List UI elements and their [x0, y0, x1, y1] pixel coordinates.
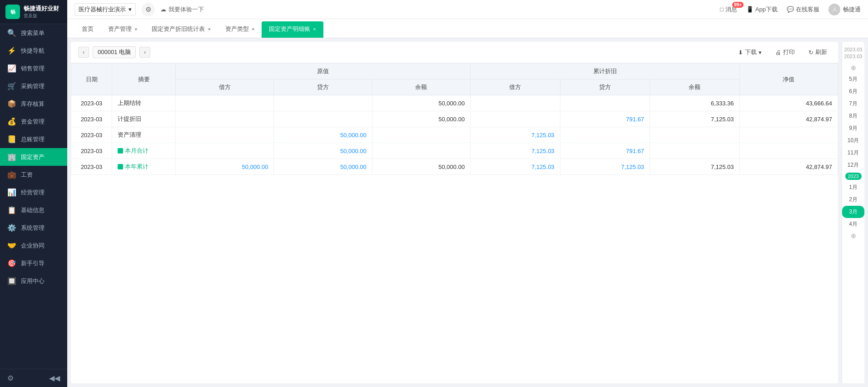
cell-date: 2023-03: [71, 127, 112, 143]
cell-summary: 上期结转: [112, 95, 176, 111]
cell-date: 2023-03: [71, 95, 112, 111]
tab-close-depreciation-stats[interactable]: ×: [208, 26, 210, 32]
timeline-item-7月[interactable]: 7月: [842, 98, 864, 110]
sidebar-item-fixed-assets[interactable]: 🏢固定资产: [0, 148, 67, 166]
cell-net-value: 42,874.97: [739, 111, 838, 127]
sidebar-icon-basic-info: 📋: [7, 206, 16, 214]
table-row: 2023-03 本月合计 50,000.00 7,125.03 791.67: [71, 143, 838, 159]
tab-close-asset-management[interactable]: ×: [134, 26, 137, 32]
timeline-item-9月[interactable]: 9月: [842, 122, 864, 134]
sidebar-item-basic-info[interactable]: 📋基础信息: [0, 201, 67, 219]
table-row: 2023-03 资产清理 50,000.00 7,125.03: [71, 127, 838, 143]
online-service-button[interactable]: 💬 在线客服: [787, 5, 819, 14]
sidebar-icon-fixed-assets: 🏢: [7, 153, 16, 161]
tab-close-asset-type[interactable]: ×: [252, 26, 254, 32]
timeline-year-2023[interactable]: 2023: [845, 173, 862, 180]
tab-depreciation-stats[interactable]: 固定资产折旧统计表×: [144, 21, 218, 38]
refresh-button[interactable]: ↻ 刷新: [805, 46, 831, 58]
settings-icon[interactable]: ⚙: [7, 374, 14, 382]
cell-ad-credit: [560, 95, 650, 111]
col-accumulated-depreciation: 累计折旧: [471, 64, 739, 79]
tabbar: 首页资产管理×固定资产折旧统计表×资产类型×固定资产明细账×: [67, 19, 868, 38]
sidebar-item-ledger[interactable]: 📒总账管理: [0, 130, 67, 148]
cell-ad-credit: 791.67: [560, 143, 650, 159]
sidebar-item-finance[interactable]: 💰资金管理: [0, 113, 67, 130]
timeline-expand-down[interactable]: ⊕: [849, 230, 858, 241]
print-icon: 🖨: [775, 49, 781, 56]
col-ad-balance: 余额: [650, 79, 739, 95]
timeline-item-8月[interactable]: 8月: [842, 110, 864, 122]
company-selector[interactable]: 医疗器械行业演示 ▾: [74, 3, 136, 16]
timeline-item-12月[interactable]: 12月: [842, 159, 864, 171]
cell-ad-balance: [650, 143, 739, 159]
download-label: 下载: [745, 48, 757, 56]
settings-button[interactable]: ⚙: [141, 3, 155, 16]
asset-code: 000001: [98, 49, 117, 55]
print-button[interactable]: 🖨 打印: [772, 46, 799, 58]
timeline-item-6月[interactable]: 6月: [842, 85, 864, 98]
sidebar-item-inventory[interactable]: 📦库存核算: [0, 95, 67, 113]
sidebar-item-operations[interactable]: 📊经营管理: [0, 184, 67, 201]
collapse-icon[interactable]: ◀◀: [49, 374, 60, 382]
tab-label-asset-type: 资产类型: [225, 25, 249, 32]
tab-asset-detail[interactable]: 固定资产明细账×: [262, 21, 323, 38]
next-button[interactable]: ›: [139, 47, 150, 58]
sidebar-label-operations: 经营管理: [21, 189, 45, 197]
tab-close-asset-detail[interactable]: ×: [313, 26, 316, 32]
timeline-item-5月[interactable]: 5月: [842, 73, 864, 85]
cell-ov-credit: 50,000.00: [274, 159, 372, 175]
timeline-expand-up[interactable]: ⊕: [849, 62, 858, 73]
tab-label-depreciation-stats: 固定资产折旧统计表: [152, 25, 205, 32]
tab-asset-management[interactable]: 资产管理×: [101, 21, 144, 38]
sidebar-label-search: 搜索菜单: [21, 29, 45, 37]
cell-net-value: 42,874.97: [739, 159, 838, 175]
service-label: 在线客服: [796, 5, 819, 14]
sidebar-item-collaboration[interactable]: 🤝企业协同: [0, 237, 67, 254]
cell-ad-debit: 7,125.03: [471, 127, 560, 143]
table-wrapper: 日期 摘要 原值 累计折旧 净值 借方 贷方 余额 借方 贷方 余额: [71, 63, 838, 383]
panel-toolbar: ‹ 000001 电脑 › ⬇ 下载 ▾ 🖨: [71, 42, 838, 63]
cell-ad-balance: 6,333.36: [650, 95, 739, 111]
sidebar-item-payroll[interactable]: 💼工资: [0, 166, 67, 184]
messages-button[interactable]: □ 消息 99+: [720, 5, 737, 14]
sidebar-item-search[interactable]: 🔍搜索菜单: [0, 24, 67, 42]
cell-summary: 本月合计: [112, 143, 176, 159]
timeline-item-11月[interactable]: 11月: [842, 147, 864, 159]
sidebar-item-quick-nav[interactable]: ⚡快捷导航: [0, 42, 67, 60]
cell-net-value: [739, 127, 838, 143]
timeline-item-2月[interactable]: 2月: [842, 194, 864, 206]
cell-ov-balance: 50,000.00: [372, 95, 470, 111]
cell-ov-balance: [372, 127, 470, 143]
app-download-button[interactable]: 📱 App下载: [746, 5, 778, 14]
sidebar-item-guide[interactable]: 🎯新手引导: [0, 254, 67, 272]
tab-home[interactable]: 首页: [74, 21, 101, 38]
sidebar-item-purchase[interactable]: 🛒采购管理: [0, 77, 67, 95]
sidebar-label-basic-info: 基础信息: [21, 206, 45, 214]
user-menu[interactable]: 人 畅捷通: [828, 4, 861, 15]
col-date: 日期: [71, 64, 112, 95]
timeline-item-1月[interactable]: 1月: [842, 181, 864, 194]
col-ov-credit: 贷方: [274, 79, 372, 95]
cell-ad-credit: 791.67: [560, 111, 650, 127]
messages-icon: □: [720, 6, 724, 13]
sidebar-label-payroll: 工资: [21, 171, 33, 179]
prev-button[interactable]: ‹: [78, 47, 89, 58]
sidebar-label-collaboration: 企业协同: [21, 242, 45, 250]
sidebar-item-app-center[interactable]: 🔲应用中心: [0, 272, 67, 290]
tab-label-asset-management: 资产管理: [108, 25, 132, 32]
sidebar-item-sales[interactable]: 📈销售管理: [0, 60, 67, 77]
timeline-item-10月[interactable]: 10月: [842, 134, 864, 147]
tab-asset-type[interactable]: 资产类型×: [218, 21, 262, 38]
sidebar-label-quick-nav: 快捷导航: [21, 47, 45, 55]
download-button[interactable]: ⬇ 下载 ▾: [734, 46, 765, 58]
sidebar-icon-system: ⚙️: [7, 223, 16, 232]
cell-date: 2023-03: [71, 159, 112, 175]
sidebar-item-system[interactable]: ⚙️系统管理: [0, 219, 67, 237]
content-area: ‹ 000001 电脑 › ⬇ 下载 ▾ 🖨: [67, 38, 868, 387]
sidebar: 畅 畅捷通好业财 普及版 🔍搜索菜单⚡快捷导航📈销售管理🛒采购管理📦库存核算💰资…: [0, 0, 67, 387]
timeline-item-4月[interactable]: 4月: [842, 218, 864, 230]
experience-button[interactable]: ☁ 我要体验一下: [160, 5, 204, 14]
cell-summary: 计提折旧: [112, 111, 176, 127]
topbar-right: □ 消息 99+ 📱 App下载 💬 在线客服 人 畅捷通: [720, 4, 861, 15]
timeline-item-3月[interactable]: 3月: [842, 206, 864, 218]
